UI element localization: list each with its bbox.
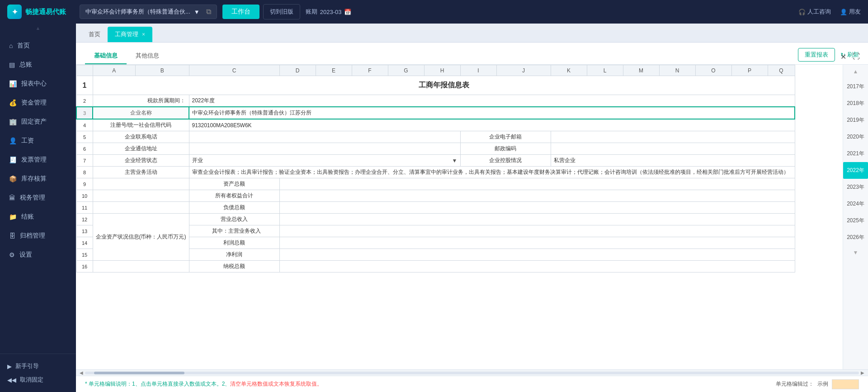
calendar-icon[interactable]: 📅 bbox=[344, 9, 351, 15]
sidebar-item-fund-mgmt[interactable]: 💰 资金管理 bbox=[0, 93, 76, 112]
col-header-m: M bbox=[623, 65, 659, 76]
expand-window-button[interactable]: ⛶ bbox=[850, 52, 863, 62]
row7-holding-label: 企业控股情况 bbox=[460, 155, 551, 167]
status-dropdown-icon[interactable]: ▼ bbox=[452, 158, 458, 164]
row16-tax-value[interactable] bbox=[279, 261, 795, 272]
row7-status-value[interactable]: 开业 ▼ bbox=[189, 155, 460, 167]
corner-cell bbox=[76, 65, 93, 76]
row13-main-revenue-value[interactable] bbox=[279, 225, 795, 237]
spreadsheet-wrapper: A B C D E F G H I J K L bbox=[76, 65, 868, 369]
scroll-track[interactable] bbox=[85, 372, 859, 374]
row5-phone-value[interactable] bbox=[189, 131, 460, 143]
sub-tab-basic-info[interactable]: 基础信息 bbox=[85, 48, 127, 64]
year-item-2022[interactable]: 2022年 bbox=[843, 162, 868, 179]
table-row: 5 企业联系电话 企业电子邮箱 bbox=[76, 131, 795, 143]
spreadsheet-table: A B C D E F G H I J K L bbox=[76, 65, 795, 272]
row12-revenue-value[interactable] bbox=[279, 214, 795, 225]
tax-icon: 🏛 bbox=[9, 194, 15, 201]
sub-tab-bar: 基础信息 其他信息 重置报表 ↻ 刷新 bbox=[76, 43, 868, 65]
row9-asset-value[interactable] bbox=[279, 178, 795, 190]
year-item-2017[interactable]: 2017年 bbox=[843, 78, 868, 95]
row2-value[interactable]: 2022年度 bbox=[189, 95, 795, 107]
row8-value[interactable]: 审查企业会计报表；出具审计报告；验证企业资本；出具验资报告；办理企业合开、分立、… bbox=[189, 167, 795, 178]
tab-label: 工商管理 bbox=[115, 30, 138, 38]
company-dropdown-icon: ▼ bbox=[194, 9, 200, 15]
human-consult-btn[interactable]: 🎧 人工咨询 bbox=[798, 8, 831, 16]
year-item-2026[interactable]: 2026年 bbox=[843, 229, 868, 246]
table-row: 4 注册号/统一社会信用代码 91320100MA208E5W6K bbox=[76, 119, 795, 131]
row-num-8: 8 bbox=[76, 167, 93, 178]
sidebar-label-inventory: 库存核算 bbox=[21, 175, 47, 183]
old-version-button[interactable]: 切到旧版 bbox=[263, 4, 300, 19]
row-num-13: 13 bbox=[76, 225, 93, 237]
invoice-icon: 🧾 bbox=[9, 156, 17, 163]
sidebar-item-home[interactable]: ⌂ 首页 bbox=[0, 36, 76, 55]
row-num-11: 11 bbox=[76, 202, 93, 214]
tab-business-mgmt[interactable]: 工商管理 × bbox=[108, 27, 152, 42]
sidebar-item-inventory[interactable]: 📦 库存核算 bbox=[0, 169, 76, 188]
row14-profit-value[interactable] bbox=[279, 237, 795, 249]
row9-asset-label: 资产总额 bbox=[189, 178, 279, 190]
app-name: 畅捷通易代账 bbox=[25, 8, 66, 16]
sidebar-item-fixed-assets[interactable]: 🏢 固定资产 bbox=[0, 112, 76, 131]
workbench-button[interactable]: 工作台 bbox=[222, 5, 259, 19]
row-num-6: 6 bbox=[76, 143, 93, 155]
year-item-2023[interactable]: 2023年 bbox=[843, 179, 868, 196]
scroll-thumb[interactable] bbox=[94, 372, 184, 374]
sidebar-scroll-up[interactable]: ▲ bbox=[0, 24, 76, 33]
year-down-arrow[interactable]: ▼ bbox=[853, 249, 859, 256]
row4-value[interactable]: 91320100MA208E5W6K bbox=[189, 119, 795, 131]
row14-profit-label: 利润总额 bbox=[189, 237, 279, 249]
bottom-scrollbar[interactable]: ◀ ▶ bbox=[76, 369, 868, 376]
year-item-2019[interactable]: 2019年 bbox=[843, 112, 868, 129]
play-icon: ▶ bbox=[7, 363, 12, 370]
company-selector[interactable]: 中审众环会计师事务所（特殊普通合伙... ▼ ⧉ bbox=[80, 5, 217, 19]
spreadsheet-container[interactable]: A B C D E F G H I J K L bbox=[76, 65, 843, 369]
row6-address-value[interactable] bbox=[189, 143, 460, 155]
sidebar-label-home: 首页 bbox=[17, 42, 30, 50]
scroll-left-arrow[interactable]: ◀ bbox=[78, 370, 85, 375]
close-window-button[interactable]: ✕ bbox=[838, 52, 849, 62]
row-num-5: 5 bbox=[76, 131, 93, 143]
user-area[interactable]: 👤 用友 bbox=[840, 8, 861, 16]
sub-tab-other-info[interactable]: 其他信息 bbox=[127, 48, 168, 64]
sidebar-label-general-ledger: 总账 bbox=[19, 61, 32, 69]
year-up-arrow[interactable]: ▲ bbox=[853, 68, 859, 75]
sidebar-item-report-center[interactable]: 📊 报表中心 bbox=[0, 74, 76, 93]
year-item-2024[interactable]: 2024年 bbox=[843, 196, 868, 212]
back-icon: ◀◀ bbox=[7, 377, 16, 383]
header-right: 🎧 人工咨询 👤 用友 bbox=[798, 8, 861, 16]
sidebar-label-fund-mgmt: 资金管理 bbox=[21, 99, 47, 107]
year-item-2018[interactable]: 2018年 bbox=[843, 95, 868, 112]
sidebar-item-tax-mgmt[interactable]: 🏛 税务管理 bbox=[0, 188, 76, 207]
tab-home[interactable]: 首页 bbox=[81, 27, 108, 42]
row11-liability-value[interactable] bbox=[279, 202, 795, 214]
row5-email-value[interactable] bbox=[551, 131, 795, 143]
sidebar-item-payroll[interactable]: 👤 工资 bbox=[0, 131, 76, 150]
sidebar-item-invoice-mgmt[interactable]: 🧾 发票管理 bbox=[0, 150, 76, 169]
table-row: 1 工商年报信息表 bbox=[76, 76, 795, 95]
cancel-fix-btn[interactable]: ◀◀ 取消固定 bbox=[7, 373, 69, 387]
reset-report-button[interactable]: 重置报表 bbox=[798, 48, 835, 62]
sidebar-item-settings[interactable]: ⚙ 设置 bbox=[0, 245, 76, 264]
sidebar-item-archive[interactable]: 🗄 归档管理 bbox=[0, 226, 76, 245]
edited-label: 单元格编辑过： bbox=[776, 380, 814, 388]
year-item-2025[interactable]: 2025年 bbox=[843, 212, 868, 229]
sidebar-item-closing[interactable]: 📁 结账 bbox=[0, 207, 76, 226]
row6-postal-label: 邮政编码 bbox=[460, 143, 551, 155]
row6-postal-value[interactable] bbox=[551, 143, 795, 155]
row10-equity-value[interactable] bbox=[279, 190, 795, 202]
year-item-2020[interactable]: 2020年 bbox=[843, 129, 868, 145]
general-ledger-icon: ▤ bbox=[9, 61, 15, 68]
new-guide-btn[interactable]: ▶ 新手引导 bbox=[7, 359, 69, 373]
sidebar-item-general-ledger[interactable]: ▤ 总账 bbox=[0, 55, 76, 74]
row3-value[interactable]: 中审众环会计师事务所（特殊普通合伙）江苏分所 bbox=[189, 107, 795, 119]
row7-holding-value[interactable]: 私营企业 bbox=[551, 155, 795, 167]
scroll-right-arrow[interactable]: ▶ bbox=[859, 370, 866, 375]
row15-net-profit-value[interactable] bbox=[279, 249, 795, 261]
year-item-2021[interactable]: 2021年 bbox=[843, 145, 868, 162]
row-num-7: 7 bbox=[76, 155, 93, 167]
row-num-2: 2 bbox=[76, 95, 93, 107]
tab-close-button[interactable]: × bbox=[142, 31, 145, 38]
table-row: 11 负债总额 bbox=[76, 202, 795, 214]
